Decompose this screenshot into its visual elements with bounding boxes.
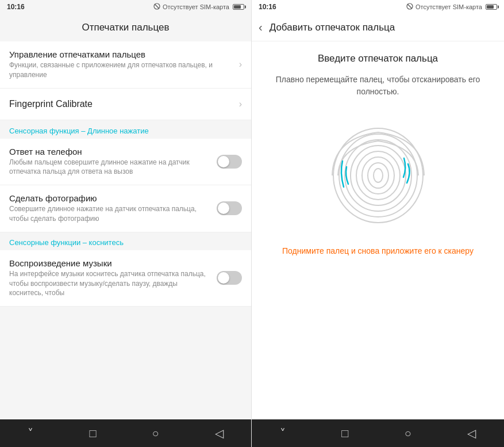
nav-recent-left[interactable]: ◁ <box>215 426 224 440</box>
instruction-text: Плавно перемещайте палец, чтобы отсканир… <box>266 74 490 98</box>
battery-left <box>233 4 244 10</box>
back-button[interactable]: ‹ <box>259 21 263 34</box>
lift-finger-text: Поднимите палец и снова приложите его к … <box>275 245 480 257</box>
fingerprint-calibrate-item[interactable]: Fingerprint Calibrate › <box>0 89 251 120</box>
page-title-left: Отпечатки пальцев <box>82 22 170 33</box>
section-header-touch-tap: Сенсорные функции – коснитесь <box>0 232 251 250</box>
left-panel: 10:16 Отсутствует SIM-карта Отпечатки па… <box>0 0 252 447</box>
nav-down-right[interactable]: ˅ <box>280 426 286 440</box>
answer-phone-subtitle: Любым пальцем совершите длинное нажатие … <box>9 158 210 177</box>
svg-point-7 <box>351 146 406 205</box>
fingerprint-graphic <box>321 115 436 230</box>
chevron-icon-calibrate: › <box>239 99 242 109</box>
page-title-right: Добавить отпечаток пальца <box>270 22 395 33</box>
manage-fingerprints-subtitle: Функции, связанные с приложением для отп… <box>9 60 234 80</box>
take-photo-subtitle: Совершите длинное нажатие на датчик отпе… <box>9 204 210 224</box>
answer-phone-item[interactable]: Ответ на телефон Любым пальцем совершите… <box>0 139 251 186</box>
take-photo-item[interactable]: Сделать фотографию Совершите длинное наж… <box>0 185 251 232</box>
answer-phone-title: Ответ на телефон <box>9 147 210 156</box>
sim-info-left: Отсутствует SIM-карта <box>153 3 244 11</box>
no-sim-icon-right <box>406 3 413 11</box>
instruction-title: Введите отпечаток пальца <box>318 53 438 64</box>
take-photo-toggle[interactable] <box>217 201 242 215</box>
nav-recent-right[interactable]: ◁ <box>467 426 476 440</box>
sim-text-left: Отсутствует SIM-карта <box>163 3 229 10</box>
right-panel: 10:16 Отсутствует SIM-карта ‹ Добавить о… <box>252 0 504 447</box>
manage-fingerprints-title: Управление отпечатками пальцев <box>9 49 234 59</box>
section-header-touch-long: Сенсорная функция – Длинное нажатие <box>0 121 251 139</box>
time-right: 10:16 <box>259 3 276 11</box>
take-photo-content: Сделать фотографию Совершите длинное наж… <box>9 193 210 224</box>
status-bar-left: 10:16 Отсутствует SIM-карта <box>0 0 251 14</box>
time-left: 10:16 <box>7 3 25 11</box>
no-sim-icon-left <box>153 3 160 11</box>
nav-back-right[interactable]: ○ <box>405 427 411 440</box>
sim-text-right: Отсутствует SIM-карта <box>415 3 482 10</box>
svg-line-3 <box>407 4 412 9</box>
manage-fingerprints-item[interactable]: Управление отпечатками пальцев Функции, … <box>0 41 251 89</box>
manage-fingerprints-content: Управление отпечатками пальцев Функции, … <box>9 49 234 80</box>
svg-line-1 <box>155 4 159 9</box>
svg-point-11 <box>374 169 383 182</box>
nav-down-left[interactable]: ˅ <box>28 426 33 440</box>
play-music-title: Воспроизведение музыки <box>9 258 210 268</box>
right-content: Введите отпечаток пальца Плавно перемеща… <box>252 41 504 419</box>
nav-home-left[interactable]: □ <box>89 427 96 440</box>
content-area-left: Управление отпечатками пальцев Функции, … <box>0 41 251 419</box>
svg-point-8 <box>356 151 400 200</box>
play-music-toggle[interactable] <box>217 271 242 285</box>
take-photo-title: Сделать фотографию <box>9 193 210 203</box>
play-music-item[interactable]: Воспроизведение музыки На интерфейсе муз… <box>0 250 251 307</box>
play-music-content: Воспроизведение музыки На интерфейсе муз… <box>9 258 210 298</box>
nav-bar-left: ˅ □ ○ ◁ <box>0 419 251 447</box>
answer-phone-content: Ответ на телефон Любым пальцем совершите… <box>9 147 210 177</box>
svg-point-10 <box>368 163 388 188</box>
sim-info-right: Отсутствует SIM-карта <box>406 3 497 11</box>
fingerprint-calibrate-title: Fingerprint Calibrate <box>9 99 93 109</box>
answer-phone-toggle[interactable] <box>217 155 242 169</box>
page-header-left: Отпечатки пальцев <box>0 14 251 41</box>
nav-back-left[interactable]: ○ <box>152 427 159 440</box>
status-bar-right: 10:16 Отсутствует SIM-карта <box>252 0 504 14</box>
nav-home-right[interactable]: □ <box>341 427 348 440</box>
svg-point-6 <box>345 140 411 211</box>
page-header-right: ‹ Добавить отпечаток пальца <box>252 14 504 41</box>
nav-bar-right: ˅ □ ○ ◁ <box>252 419 504 447</box>
battery-right <box>486 4 497 10</box>
play-music-subtitle: На интерфейсе музыки коснитесь датчика о… <box>9 269 210 298</box>
chevron-icon-manage: › <box>239 59 242 70</box>
